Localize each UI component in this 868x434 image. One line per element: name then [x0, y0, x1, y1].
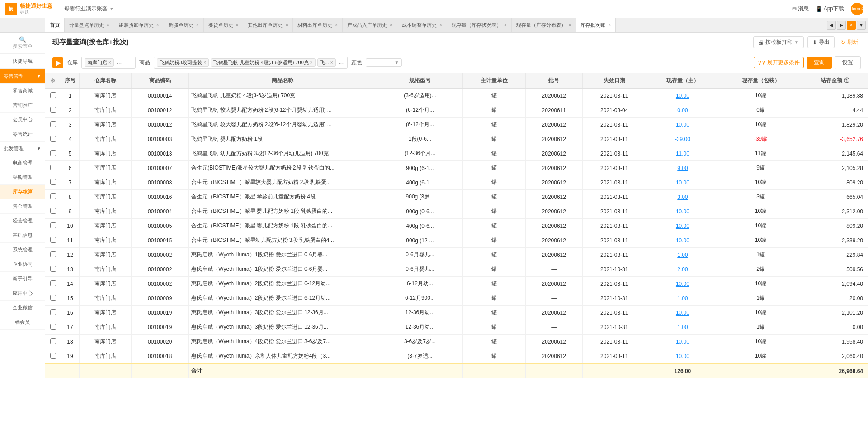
- tab-xiancunku-close[interactable]: ×: [504, 23, 507, 28]
- cell-qty-main[interactable]: 10.00: [646, 89, 719, 103]
- cell-qty-main[interactable]: 10.00: [646, 349, 719, 364]
- row-checkbox[interactable]: [50, 121, 56, 127]
- tab-yaohuo-close[interactable]: ×: [236, 23, 239, 28]
- row-checkbox[interactable]: [50, 222, 56, 228]
- cell-checkbox[interactable]: [45, 204, 61, 219]
- col-settings[interactable]: ⚙: [45, 73, 61, 89]
- query-btn[interactable]: 查询: [807, 57, 832, 69]
- tab-qita-close[interactable]: ×: [285, 23, 288, 28]
- expand-more-btn[interactable]: ∨∨ 展开更多条件: [754, 57, 804, 68]
- cell-qty-main[interactable]: 10.00: [646, 175, 719, 190]
- tab-zu-chai[interactable]: 组装拆卸单历史 ×: [114, 18, 164, 33]
- cell-checkbox[interactable]: [45, 175, 61, 190]
- tab-yao-huo[interactable]: 要货单历史 ×: [204, 18, 244, 33]
- goods-tag1-close[interactable]: ×: [203, 60, 206, 65]
- account-dropdown[interactable]: 母婴行业演示账套 ▼: [64, 5, 114, 13]
- cell-qty-main[interactable]: 10.00: [646, 204, 719, 219]
- row-checkbox[interactable]: [50, 295, 56, 301]
- cell-checkbox[interactable]: [45, 146, 61, 161]
- sidebar-item-appstore[interactable]: 应用中心: [0, 286, 45, 301]
- sidebar-item-system[interactable]: 系统管理: [0, 243, 45, 257]
- sidebar-item-inventory[interactable]: 库存核算: [0, 185, 45, 199]
- tab-fen-pan[interactable]: 分量盘点单历史 ×: [65, 18, 114, 33]
- sidebar-item-operations[interactable]: 经营管理: [0, 214, 45, 228]
- print-btn[interactable]: 🖨 按模板打印 ▼: [753, 36, 804, 48]
- row-checkbox[interactable]: [50, 353, 56, 359]
- user-avatar[interactable]: demo2: [851, 3, 863, 15]
- cell-checkbox[interactable]: [45, 219, 61, 233]
- cell-qty-main[interactable]: 1.00: [646, 248, 719, 262]
- row-checkbox[interactable]: [50, 324, 56, 330]
- sidebar-item-purchase[interactable]: 采购管理: [0, 170, 45, 185]
- tab-chan-pin[interactable]: 产成品入库单历史 ×: [343, 18, 397, 33]
- cell-checkbox[interactable]: [45, 233, 61, 248]
- sidebar-item-enterprise[interactable]: 企业协同: [0, 257, 45, 272]
- cell-checkbox[interactable]: [45, 291, 61, 306]
- warehouse-more-btn[interactable]: ···: [116, 59, 123, 66]
- sidebar-item-retail[interactable]: 零售管理 ▼: [0, 69, 45, 84]
- cell-checkbox[interactable]: [45, 89, 61, 103]
- row-checkbox[interactable]: [50, 193, 56, 199]
- cell-qty-main[interactable]: 10.00: [646, 306, 719, 320]
- row-checkbox[interactable]: [50, 107, 56, 113]
- tab-zuchai-close[interactable]: ×: [156, 23, 159, 28]
- cell-checkbox[interactable]: [45, 118, 61, 132]
- tab-menu-btn[interactable]: ▼: [857, 21, 866, 30]
- tab-xian-cun-fen[interactable]: 现存量（库存分布表） ×: [512, 18, 576, 33]
- sidebar-item-guide[interactable]: 新手引导: [0, 272, 45, 286]
- refresh-btn[interactable]: ↻ 刷新: [838, 37, 861, 48]
- sidebar-item-retail-shop[interactable]: 零售商城: [0, 84, 45, 98]
- cell-qty-main[interactable]: 2.00: [646, 262, 719, 277]
- tab-next-btn[interactable]: ▶: [837, 21, 846, 30]
- row-checkbox[interactable]: [50, 280, 56, 286]
- tab-prev-btn[interactable]: ◀: [827, 21, 836, 30]
- cell-checkbox[interactable]: [45, 161, 61, 175]
- sidebar-item-finance[interactable]: 资金管理: [0, 199, 45, 214]
- tab-qi-ta[interactable]: 其他出库单历史 ×: [243, 18, 293, 33]
- cell-checkbox[interactable]: [45, 132, 61, 146]
- tab-cai-liao[interactable]: 材料出库单历史 ×: [293, 18, 343, 33]
- cell-qty-main[interactable]: 10.00: [646, 118, 719, 132]
- tab-cailiao-close[interactable]: ×: [335, 23, 338, 28]
- sidebar-shortcut[interactable]: 快捷导航: [0, 54, 45, 69]
- cell-checkbox[interactable]: [45, 320, 61, 335]
- row-checkbox[interactable]: [50, 136, 56, 142]
- cell-qty-main[interactable]: 10.00: [646, 233, 719, 248]
- row-checkbox[interactable]: [50, 165, 56, 170]
- sidebar-item-wechat[interactable]: 企业微信: [0, 301, 45, 315]
- goods-tag2-close[interactable]: ×: [310, 60, 313, 65]
- cell-qty-main[interactable]: 10.00: [646, 335, 719, 349]
- tab-chengben-close[interactable]: ×: [439, 23, 442, 28]
- goods-more-btn[interactable]: ···: [338, 59, 345, 66]
- cell-qty-main[interactable]: 0.00: [646, 103, 719, 118]
- row-checkbox[interactable]: [50, 237, 56, 243]
- cell-checkbox[interactable]: [45, 306, 61, 320]
- cell-qty-main[interactable]: 11.00: [646, 146, 719, 161]
- sidebar-item-basic[interactable]: 基础信息: [0, 228, 45, 243]
- sidebar-item-vip[interactable]: 畅会员: [0, 315, 45, 330]
- tab-chanpin-close[interactable]: ×: [390, 23, 392, 28]
- row-checkbox[interactable]: [50, 92, 56, 98]
- cell-checkbox[interactable]: [45, 248, 61, 262]
- cell-qty-main[interactable]: 10.00: [646, 219, 719, 233]
- tab-xiancunfen-close[interactable]: ×: [569, 23, 571, 28]
- cell-qty-main[interactable]: 1.00: [646, 320, 719, 335]
- sidebar-item-wholesale[interactable]: 批发管理 ▼: [0, 142, 45, 156]
- cell-checkbox[interactable]: [45, 190, 61, 204]
- cell-qty-main[interactable]: 9.00: [646, 161, 719, 175]
- tab-home[interactable]: 首页: [45, 18, 65, 33]
- goods-tag3-close[interactable]: ×: [330, 60, 333, 65]
- sidebar-item-marketing[interactable]: 营销推广: [0, 98, 45, 113]
- sidebar-item-member[interactable]: 会员中心: [0, 113, 45, 127]
- tab-cheng-ben[interactable]: 成本调整单历史 ×: [397, 18, 447, 33]
- tab-diaobo-close[interactable]: ×: [196, 23, 199, 28]
- settings-btn[interactable]: 设置: [835, 56, 861, 69]
- row-checkbox[interactable]: [50, 179, 56, 185]
- sidebar-item-retail-stats[interactable]: 零售统计: [0, 127, 45, 142]
- tab-xian-cun-ku[interactable]: 现存量（库存状况表） ×: [447, 18, 512, 33]
- cell-checkbox[interactable]: [45, 103, 61, 118]
- cell-checkbox[interactable]: [45, 349, 61, 364]
- tab-diao-bo[interactable]: 调拨单历史 ×: [164, 18, 204, 33]
- warehouse-filter[interactable]: 南库门店 × ···: [81, 57, 136, 69]
- cell-checkbox[interactable]: [45, 262, 61, 277]
